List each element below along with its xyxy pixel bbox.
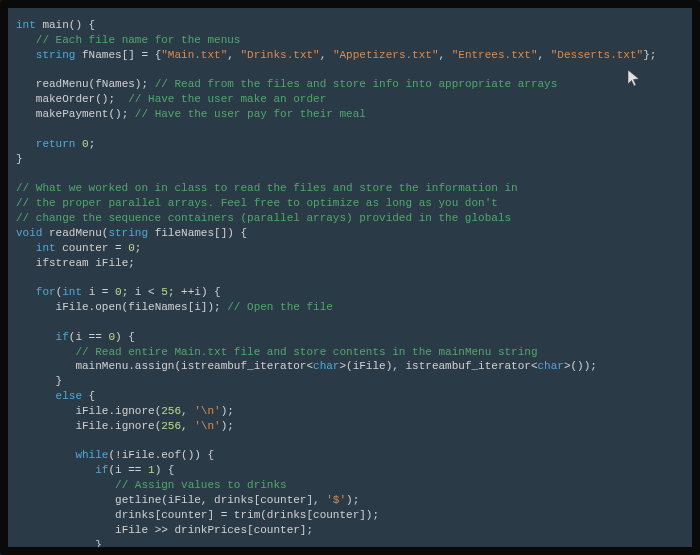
token-ident: fileNames[]) {	[148, 227, 247, 239]
code-line: // the proper parallel arrays. Feel free…	[16, 196, 684, 211]
token-ident: makePayment();	[36, 108, 135, 120]
code-line: // change the sequence containers (paral…	[16, 211, 684, 226]
token-comment: // Assign values to drinks	[115, 479, 287, 491]
token-comment: // Have the user make an order	[128, 93, 326, 105]
code-line: // What we worked on in class to read th…	[16, 181, 684, 196]
token-ident: >());	[564, 360, 597, 372]
token-ident: makeOrder();	[36, 93, 128, 105]
code-line: iFile.ignore(256, '\n');	[16, 419, 684, 434]
code-line: }	[16, 374, 684, 389]
token-comment: // Read entire Main.txt file and store c…	[75, 346, 537, 358]
code-line: iFile >> drinkPrices[counter];	[16, 523, 684, 538]
code-line: // Assign values to drinks	[16, 478, 684, 493]
code-line: int main() {	[16, 18, 684, 33]
token-comment: // What we worked on in class to read th…	[16, 182, 518, 194]
token-comment: // Open the file	[227, 301, 333, 313]
token-type: char	[313, 360, 339, 372]
token-ident: fNames[] = {	[75, 49, 161, 61]
code-line: drinks[counter] = trim(drinks[counter]);	[16, 508, 684, 523]
token-number: 5	[161, 286, 168, 298]
token-comment: // Read from the files and store info in…	[155, 78, 558, 90]
code-line: iFile.ignore(256, '\n');	[16, 404, 684, 419]
code-line: makeOrder(); // Have the user make an or…	[16, 92, 684, 107]
token-ident: iFile.open(fileNames[i]);	[56, 301, 228, 313]
code-line: return 0;	[16, 137, 684, 152]
token-char: '$'	[326, 494, 346, 506]
code-line: while(!iFile.eof()) {	[16, 448, 684, 463]
token-ident: readMenu(	[42, 227, 108, 239]
code-line: // Each file name for the menus	[16, 33, 684, 48]
code-line: if(i == 1) {	[16, 463, 684, 478]
token-keyword: while	[75, 449, 108, 461]
token-ident: readMenu(fNames);	[36, 78, 155, 90]
token-type: int	[62, 286, 82, 298]
code-line: }	[16, 152, 684, 167]
token-type: void	[16, 227, 42, 239]
token-ident: ,	[227, 49, 240, 61]
code-line	[16, 315, 684, 330]
code-line	[16, 122, 684, 137]
token-ident: iFile >> drinkPrices[counter];	[115, 524, 313, 536]
token-comment: // Each file name for the menus	[36, 34, 241, 46]
token-keyword: if	[56, 331, 69, 343]
code-line: getline(iFile, drinks[counter], '$');	[16, 493, 684, 508]
token-ident: i =	[82, 286, 115, 298]
token-keyword: else	[56, 390, 82, 402]
token-comment: // change the sequence containers (paral…	[16, 212, 511, 224]
code-line: // Read entire Main.txt file and store c…	[16, 345, 684, 360]
token-ident: ; i <	[122, 286, 162, 298]
code-line: iFile.open(fileNames[i]); // Open the fi…	[16, 300, 684, 315]
code-line: string fNames[] = {"Main.txt", "Drinks.t…	[16, 48, 684, 63]
token-ident: ,	[181, 420, 194, 432]
code-line	[16, 63, 684, 78]
token-ident: ; ++i) {	[168, 286, 221, 298]
token-keyword: for	[36, 286, 56, 298]
token-type: int	[36, 242, 56, 254]
token-number: 0	[82, 138, 89, 150]
token-ident: ;	[89, 138, 96, 150]
token-ident: (i ==	[69, 331, 109, 343]
token-ident: );	[221, 420, 234, 432]
token-number: 0	[115, 286, 122, 298]
token-ident: ;	[135, 242, 142, 254]
token-ident: drinks[counter] = trim(drinks[counter]);	[115, 509, 379, 521]
code-line: mainMenu.assign(istreambuf_iterator<char…	[16, 359, 684, 374]
code-line: }	[16, 538, 684, 547]
code-line: ifstream iFile;	[16, 256, 684, 271]
token-ident: mainMenu.assign(istreambuf_iterator<	[75, 360, 313, 372]
token-ident: main() {	[36, 19, 95, 31]
code-line	[16, 270, 684, 285]
token-ident: );	[346, 494, 359, 506]
code-line: makePayment(); // Have the user pay for …	[16, 107, 684, 122]
token-ident: getline(iFile, drinks[counter],	[115, 494, 326, 506]
token-ident: (!iFile.eof()) {	[108, 449, 214, 461]
token-ident: iFile.ignore(	[75, 420, 161, 432]
code-line: readMenu(fNames); // Read from the files…	[16, 77, 684, 92]
token-string: "Entrees.txt"	[452, 49, 538, 61]
token-type: string	[36, 49, 76, 61]
token-ident: counter =	[56, 242, 129, 254]
token-number: 256	[161, 405, 181, 417]
code-line	[16, 166, 684, 181]
token-string: "Drinks.txt"	[240, 49, 319, 61]
code-line	[16, 434, 684, 449]
token-char: '\n'	[194, 405, 220, 417]
token-number: 0	[128, 242, 135, 254]
token-ident: ) {	[155, 464, 175, 476]
token-number: 256	[161, 420, 181, 432]
token-ident: }	[95, 539, 102, 547]
token-ident: {	[82, 390, 95, 402]
token-ident: ) {	[115, 331, 135, 343]
token-ident: (i ==	[108, 464, 148, 476]
token-type: int	[16, 19, 36, 31]
code-line: else {	[16, 389, 684, 404]
code-line: int counter = 0;	[16, 241, 684, 256]
code-editor[interactable]: int main() { // Each file name for the m…	[8, 8, 692, 547]
token-char: '\n'	[194, 420, 220, 432]
token-ident: ifstream iFile;	[36, 257, 135, 269]
token-ident: ,	[538, 49, 551, 61]
token-ident: ,	[320, 49, 333, 61]
token-string: "Main.txt"	[161, 49, 227, 61]
token-ident: };	[643, 49, 656, 61]
token-string: "Desserts.txt"	[551, 49, 643, 61]
